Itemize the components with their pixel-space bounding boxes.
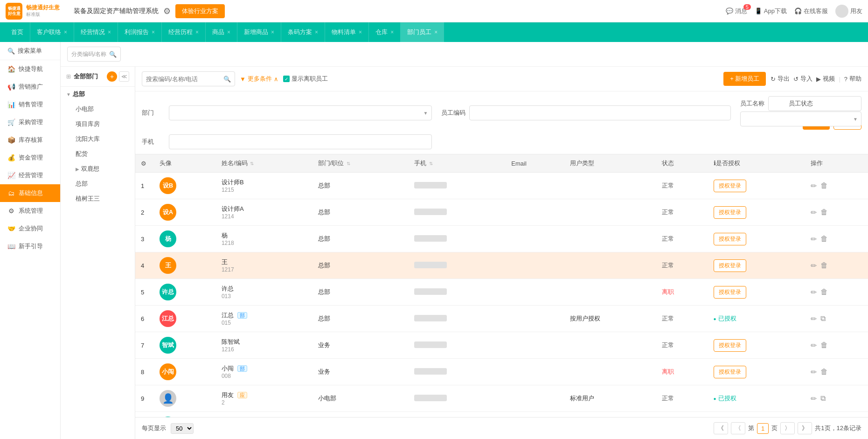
sidebar-search[interactable]: 🔍 搜索菜单 (0, 42, 60, 60)
status-filter-select[interactable] (740, 111, 861, 126)
auth-login-button[interactable]: 授权登录 (714, 259, 746, 272)
last-page-button[interactable]: 》 (798, 422, 812, 434)
dept-node-zhishu[interactable]: 植树王三 (70, 191, 135, 206)
auth-login-button[interactable]: 授权登录 (714, 286, 746, 299)
phone-input[interactable] (169, 134, 432, 149)
show-resigned-toggle[interactable]: ✓ 显示离职员工 (283, 75, 328, 83)
employee-search-input[interactable] (146, 76, 221, 83)
import-btn[interactable]: ↺ 导入 (793, 75, 812, 83)
col-settings[interactable]: ⚙ (135, 154, 154, 173)
first-page-button[interactable]: 《 (714, 422, 728, 434)
tab-history[interactable]: 经营历程 × (162, 22, 206, 42)
delete-icon[interactable]: 🗑 (820, 288, 828, 297)
system-settings-icon[interactable]: ⚙ (163, 6, 171, 16)
dept-node-xiaodibu[interactable]: 小电部 (70, 102, 135, 117)
dept-node-root[interactable]: ▼ 总部 (61, 87, 135, 102)
delete-icon[interactable]: 🗑 (820, 208, 828, 217)
close-icon[interactable]: × (227, 29, 230, 35)
sidebar-item-newguide[interactable]: 📖 新手引导 (0, 237, 60, 255)
close-icon[interactable]: × (434, 29, 437, 35)
tab-home[interactable]: 首页 (5, 22, 30, 42)
add-employee-button[interactable]: + 新增员工 (723, 72, 766, 86)
close-icon[interactable]: × (108, 29, 111, 35)
user-action[interactable]: 用友 (835, 5, 862, 18)
tab-goods[interactable]: 商品 × (206, 22, 237, 42)
search-box[interactable]: 分类编码/名称 🔍 (67, 47, 121, 62)
sidebar-item-bizmanage[interactable]: 📈 经营管理 (0, 167, 60, 184)
sidebar-item-inventory[interactable]: 📦 库存核算 (0, 131, 60, 149)
edit-icon[interactable]: ✏ (811, 181, 817, 190)
sidebar-item-quicknav[interactable]: 🏠 快捷导航 (0, 60, 60, 78)
tab-barcode[interactable]: 条码方案 × (281, 22, 325, 42)
sidebar-item-sales[interactable]: 📊 销售管理 (0, 96, 60, 113)
dept-filter-select[interactable] (169, 105, 432, 120)
delete-icon[interactable]: 🗑 (820, 341, 828, 350)
message-action[interactable]: 💬 消息 5 (726, 7, 747, 15)
dept-select-wrapper[interactable]: ▼ (169, 105, 432, 120)
status-select-wrapper[interactable]: ▼ (740, 111, 861, 126)
tab-warehouse[interactable]: 仓库 × (369, 22, 401, 42)
prev-page-button[interactable]: 〈 (731, 422, 745, 434)
edit-icon[interactable]: ✏ (811, 288, 817, 297)
sidebar-item-collab[interactable]: 🤝 企业协同 (0, 220, 60, 237)
auth-login-button[interactable]: 授权登录 (714, 366, 746, 378)
sidebar-item-basicinfo[interactable]: 🗂 基础信息 (0, 184, 60, 202)
dept-node-zongbu[interactable]: 总部 (70, 176, 135, 191)
name-tag: 应 (237, 392, 247, 398)
per-page-select[interactable]: 50 (171, 423, 194, 434)
dept-node-peihuo[interactable]: 配货 (70, 146, 135, 161)
edit-icon[interactable]: ✏ (811, 341, 817, 350)
auth-login-button[interactable]: 授权登录 (714, 233, 746, 245)
dept-node-project[interactable]: 项目库房 (70, 117, 135, 132)
copy-icon[interactable]: ⧉ (820, 394, 826, 403)
employee-search-box[interactable]: 🔍 (142, 71, 235, 86)
empcode-input[interactable] (469, 105, 731, 120)
collapse-icon[interactable]: ≪ (119, 71, 129, 82)
edit-icon[interactable]: ✏ (811, 368, 817, 376)
close-icon[interactable]: × (271, 29, 274, 35)
tab-bom[interactable]: 物料清单 × (325, 22, 369, 42)
close-icon[interactable]: × (64, 29, 67, 35)
edit-icon[interactable]: ✏ (811, 314, 817, 323)
sidebar-item-sysmanage[interactable]: ⚙ 系统管理 (0, 202, 60, 220)
help-btn[interactable]: ? 帮助 (844, 75, 861, 83)
online-service-action[interactable]: 🎧 在线客服 (794, 7, 828, 15)
edit-icon[interactable]: ✏ (811, 394, 817, 403)
tab-employees[interactable]: 部门员工 × (401, 22, 444, 42)
auth-login-button[interactable]: 授权登录 (714, 339, 746, 352)
copy-icon[interactable]: ⧉ (820, 314, 826, 323)
close-icon[interactable]: × (390, 29, 394, 35)
view-btn[interactable]: ▶ 视频 (816, 75, 835, 83)
sidebar-item-marketing[interactable]: 📢 营销推广 (0, 78, 60, 96)
dept-node-shuanglu[interactable]: ▶ 双鹿想 (70, 161, 135, 176)
close-icon[interactable]: × (195, 29, 199, 35)
edit-icon[interactable]: ✏ (811, 261, 817, 270)
sidebar-item-finance[interactable]: 💰 资金管理 (0, 149, 60, 167)
tab-operation[interactable]: 经营情况 × (74, 22, 118, 42)
close-icon[interactable]: × (359, 29, 362, 35)
close-icon[interactable]: × (152, 29, 155, 35)
tab-customer[interactable]: 客户联络 × (30, 22, 74, 42)
dept-node-shenyang[interactable]: 沈阳大库 (70, 132, 135, 146)
edit-icon[interactable]: ✏ (811, 208, 817, 217)
more-filter-btn[interactable]: ▼ 更多条件 ∧ (240, 75, 278, 83)
tab-profit[interactable]: 利润报告 × (118, 22, 162, 42)
auth-login-button[interactable]: 授权登录 (714, 180, 746, 192)
delete-icon[interactable]: 🗑 (820, 368, 828, 376)
sidebar-item-purchase[interactable]: 🛒 采购管理 (0, 113, 60, 131)
dept-children: 小电部 项目库房 沈阳大库 配货 ▶ 双鹿想 总部 植树王三 (61, 102, 135, 206)
auth-login-button[interactable]: 授权登录 (714, 206, 746, 219)
app-download-action[interactable]: 📱 App下载 (755, 7, 787, 15)
add-dept-icon[interactable]: + (107, 71, 117, 82)
row-avatar: 设B (154, 173, 216, 199)
close-icon[interactable]: × (315, 29, 318, 35)
delete-icon[interactable]: 🗑 (820, 261, 828, 270)
delete-icon[interactable]: 🗑 (820, 181, 828, 190)
export-btn[interactable]: ↻ 导出 (771, 75, 790, 83)
next-page-button[interactable]: 〉 (780, 422, 795, 434)
delete-icon[interactable]: 🗑 (820, 235, 828, 244)
trial-button[interactable]: 体验行业方案 (175, 4, 225, 18)
employee-name: 江总 部 (222, 311, 307, 320)
tab-new-goods[interactable]: 新增商品 × (237, 22, 281, 42)
edit-icon[interactable]: ✏ (811, 235, 817, 244)
